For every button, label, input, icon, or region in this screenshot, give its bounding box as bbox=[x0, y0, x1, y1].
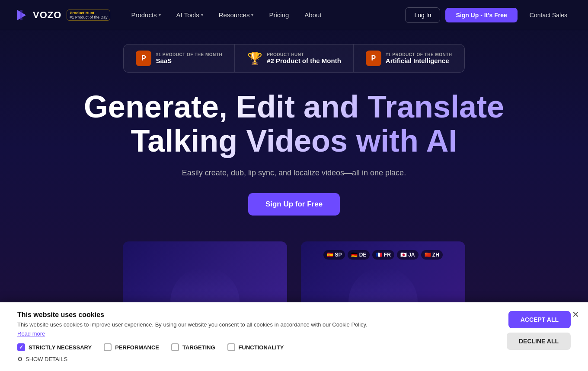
cookie-options: ✓ STRICTLY NECESSARY PERFORMANCE TARGETI… bbox=[17, 343, 432, 351]
lang-tag-ja: 🇯🇵 JA bbox=[397, 250, 419, 260]
chevron-down-icon: ▾ bbox=[201, 13, 203, 17]
chevron-down-icon: ▾ bbox=[159, 13, 161, 17]
nav-link-ai-tools[interactable]: AI Tools ▾ bbox=[169, 8, 210, 22]
chevron-down-icon: ▾ bbox=[251, 13, 253, 17]
lang-tag-de: 🇩🇪 DE bbox=[348, 250, 370, 260]
nav-link-products[interactable]: Products ▾ bbox=[124, 8, 167, 22]
ph-month-title: #2 Product of the Month bbox=[267, 57, 341, 64]
logo-badge-top: Product Hunt bbox=[70, 11, 94, 15]
cookie-option-performance[interactable]: PERFORMANCE bbox=[104, 343, 159, 351]
cookie-accept-button[interactable]: ACCEPT ALL bbox=[508, 311, 571, 328]
cookie-checkbox-strictly[interactable]: ✓ bbox=[17, 343, 25, 351]
logo-icon bbox=[14, 7, 29, 23]
ph-item-saas-text: #1 PRODUCT OF THE MONTH SaaS bbox=[156, 52, 222, 64]
nav-about-label: About bbox=[304, 11, 321, 19]
cookie-main-row: This website uses cookies This website u… bbox=[17, 311, 571, 362]
nav-actions: Log In Sign Up - It's Free Contact Sales bbox=[405, 7, 574, 23]
contact-sales-button[interactable]: Contact Sales bbox=[523, 8, 574, 22]
ph-item-month: 🏆 PRODUCT HUNT #2 Product of the Month bbox=[234, 44, 353, 72]
hero-headline: Generate, Edit and Translate Talking Vid… bbox=[56, 90, 532, 158]
cookie-checkbox-targeting[interactable] bbox=[171, 343, 179, 351]
ph-trophy-icon: 🏆 bbox=[247, 51, 262, 66]
cookie-banner: ✕ This website uses cookies This website… bbox=[0, 302, 588, 371]
signup-button[interactable]: Sign Up - It's Free bbox=[445, 8, 517, 22]
lang-tag-sp: 🇪🇸 SP bbox=[323, 250, 345, 260]
svg-marker-1 bbox=[20, 10, 22, 20]
cookie-label-performance: PERFORMANCE bbox=[115, 344, 159, 351]
cookie-description: This website uses cookies to improve use… bbox=[17, 321, 432, 328]
cookie-checkbox-functionality[interactable] bbox=[227, 343, 235, 351]
ph-ai-label: #1 PRODUCT OF THE MONTH bbox=[386, 52, 452, 57]
nav-link-about[interactable]: About bbox=[297, 8, 328, 22]
hero-subheadline: Easily create, dub, lip sync, and locali… bbox=[9, 168, 579, 178]
check-icon: ✓ bbox=[19, 344, 23, 350]
cookie-label-targeting: TARGETING bbox=[182, 344, 215, 351]
ph-item-ai: P #1 PRODUCT OF THE MONTH Artificial Int… bbox=[353, 44, 464, 72]
ph-item-saas: P #1 PRODUCT OF THE MONTH SaaS bbox=[124, 44, 234, 72]
nav-link-pricing[interactable]: Pricing bbox=[262, 8, 296, 22]
navbar: VOZO Product Hunt #1 Product of the Day … bbox=[0, 0, 588, 30]
nav-resources-label: Resources bbox=[219, 11, 250, 19]
video-lang-bar: 🇪🇸 SP 🇩🇪 DE 🇫🇷 FR 🇯🇵 JA 🇨🇳 ZH bbox=[301, 250, 465, 260]
nav-links: Products ▾ AI Tools ▾ Resources ▾ Pricin… bbox=[124, 8, 405, 22]
cookie-title: This website uses cookies bbox=[17, 311, 432, 319]
nav-link-resources[interactable]: Resources ▾ bbox=[212, 8, 261, 22]
ph-month-label: PRODUCT HUNT bbox=[267, 52, 341, 57]
hero-section: Generate, Edit and Translate Talking Vid… bbox=[0, 83, 588, 233]
cookie-label-functionality: FUNCTIONALITY bbox=[239, 344, 284, 351]
ph-saas-title: SaaS bbox=[156, 57, 222, 64]
ph-logo-icon: P bbox=[136, 51, 151, 66]
cookie-show-details-label: SHOW DETAILS bbox=[26, 356, 67, 362]
ph-ai-title: Artificial Intelligence bbox=[386, 57, 452, 64]
logo-badge-bottom: #1 Product of the Day bbox=[70, 15, 107, 19]
cookie-option-strictly-necessary[interactable]: ✓ STRICTLY NECESSARY bbox=[17, 343, 92, 351]
lang-tag-zh: 🇨🇳 ZH bbox=[421, 250, 443, 260]
nav-pricing-label: Pricing bbox=[269, 11, 289, 19]
ph-item-ai-text: #1 PRODUCT OF THE MONTH Artificial Intel… bbox=[386, 52, 452, 64]
hero-cta-button[interactable]: Sign Up for Free bbox=[248, 193, 340, 216]
cookie-decline-button[interactable]: DECLINE ALL bbox=[507, 333, 571, 350]
ph-banner: P #1 PRODUCT OF THE MONTH SaaS 🏆 PRODUCT… bbox=[0, 30, 588, 83]
cookie-option-functionality[interactable]: FUNCTIONALITY bbox=[227, 343, 284, 351]
login-button[interactable]: Log In bbox=[405, 7, 440, 23]
ph-saas-label: #1 PRODUCT OF THE MONTH bbox=[156, 52, 222, 57]
cookie-label-strictly: STRICTLY NECESSARY bbox=[29, 344, 92, 351]
logo[interactable]: VOZO Product Hunt #1 Product of the Day bbox=[14, 7, 110, 23]
cookie-text-col: This website uses cookies This website u… bbox=[17, 311, 432, 362]
gear-icon: ⚙ bbox=[17, 355, 23, 362]
cookie-read-more-link[interactable]: Read more bbox=[17, 330, 45, 337]
cookie-close-button[interactable]: ✕ bbox=[572, 309, 579, 320]
ph-ai-logo-icon: P bbox=[366, 51, 381, 66]
ph-item-month-text: PRODUCT HUNT #2 Product of the Month bbox=[267, 52, 341, 64]
nav-aitools-label: AI Tools bbox=[176, 11, 199, 19]
ph-banner-inner: P #1 PRODUCT OF THE MONTH SaaS 🏆 PRODUCT… bbox=[123, 44, 464, 73]
nav-products-label: Products bbox=[131, 11, 157, 19]
logo-text: VOZO bbox=[33, 10, 61, 21]
logo-badge: Product Hunt #1 Product of the Day bbox=[67, 10, 110, 21]
cookie-show-details[interactable]: ⚙ SHOW DETAILS bbox=[17, 355, 432, 362]
cookie-option-targeting[interactable]: TARGETING bbox=[171, 343, 215, 351]
cookie-checkbox-performance[interactable] bbox=[104, 343, 112, 351]
cookie-actions-col: ACCEPT ALL DECLINE ALL bbox=[450, 311, 571, 350]
lang-tag-fr: 🇫🇷 FR bbox=[372, 250, 394, 260]
